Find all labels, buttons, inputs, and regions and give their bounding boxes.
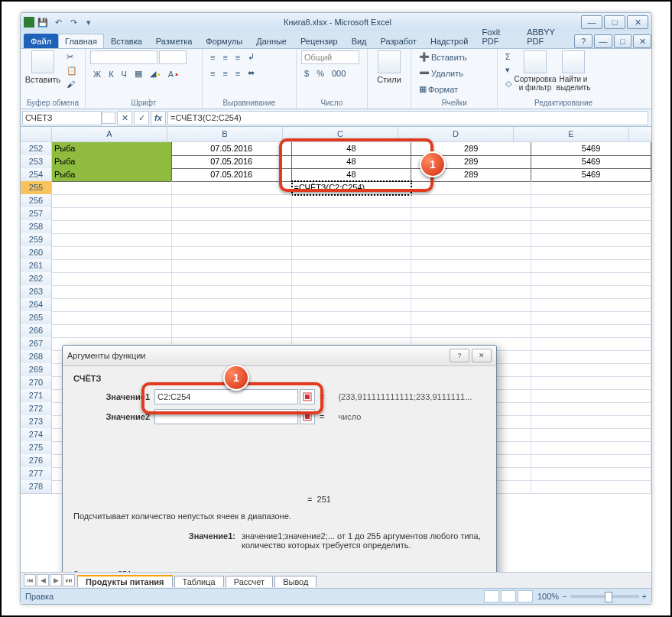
worksheet-grid[interactable]: A B C D E 252Рыба07.05.2016482895469253Р… xyxy=(21,127,651,572)
font-size[interactable] xyxy=(159,50,187,64)
cell[interactable] xyxy=(531,363,651,377)
row-header[interactable]: 265 xyxy=(21,311,52,325)
cell[interactable] xyxy=(531,337,651,351)
cell[interactable] xyxy=(531,259,651,273)
zoom-level[interactable]: 100% xyxy=(537,592,559,601)
cell[interactable]: 5469 xyxy=(531,142,651,156)
cell[interactable] xyxy=(531,467,651,481)
merge-button[interactable]: ⬌ xyxy=(245,67,258,80)
cell[interactable] xyxy=(52,246,172,260)
active-cell[interactable]: =СЧЁТЗ(C2:C254) xyxy=(292,181,412,195)
tab-file[interactable]: Файл xyxy=(24,34,58,48)
name-box[interactable]: СЧЁТЗ xyxy=(22,111,102,125)
dialog-titlebar[interactable]: Аргументы функции ? ✕ xyxy=(63,346,496,366)
row-header[interactable]: 274 xyxy=(21,428,52,442)
comma[interactable]: 000 xyxy=(329,67,349,80)
align-mid[interactable]: ≡ xyxy=(219,51,230,63)
styles-button[interactable]: Стили xyxy=(372,50,406,84)
tab-data[interactable]: Данные xyxy=(249,34,294,48)
arg1-input[interactable]: C2:C254 xyxy=(154,389,298,404)
row-header[interactable]: 257 xyxy=(21,207,52,221)
wrap-text[interactable]: ↲ xyxy=(245,50,258,63)
row-header[interactable]: 268 xyxy=(21,350,52,364)
cell[interactable] xyxy=(292,194,412,208)
cell[interactable] xyxy=(52,285,172,299)
cell[interactable] xyxy=(531,376,651,390)
underline-button[interactable]: Ч xyxy=(118,68,130,80)
cell[interactable] xyxy=(531,285,651,299)
app-minimize[interactable]: — xyxy=(581,15,602,29)
cell[interactable]: Рыба xyxy=(52,142,172,156)
cell[interactable]: 48 xyxy=(292,142,412,156)
row-header[interactable]: 255 xyxy=(21,181,52,195)
cell[interactable] xyxy=(531,441,651,455)
bold-button[interactable]: Ж xyxy=(90,68,104,80)
row-header[interactable]: 267 xyxy=(21,337,52,351)
format-cells[interactable]: ▦ Формат xyxy=(416,83,461,96)
tab-addins[interactable]: Надстрой xyxy=(424,34,475,48)
row-header[interactable]: 260 xyxy=(21,246,52,260)
cell[interactable] xyxy=(52,181,172,195)
cell[interactable]: Рыба xyxy=(52,155,172,169)
qat-more[interactable]: ▾ xyxy=(82,15,96,29)
cell[interactable]: 07.05.2016 xyxy=(172,142,292,156)
row-header[interactable]: 261 xyxy=(21,259,52,273)
row-header[interactable]: 276 xyxy=(21,454,52,468)
cell[interactable] xyxy=(52,233,172,247)
cell[interactable] xyxy=(411,181,531,195)
paste-button[interactable]: Вставить xyxy=(25,50,60,84)
row-header[interactable]: 270 xyxy=(21,376,52,390)
tab-formulas[interactable]: Формулы xyxy=(199,34,249,48)
ribbon-help[interactable]: ? xyxy=(574,34,592,48)
cell[interactable] xyxy=(172,207,292,221)
table-row[interactable]: 252Рыба07.05.2016482895469 xyxy=(21,142,651,155)
tab-layout[interactable]: Разметка xyxy=(149,34,200,48)
cell[interactable] xyxy=(531,194,651,208)
align-center[interactable]: ≡ xyxy=(219,67,230,80)
arg1-range-picker[interactable] xyxy=(300,389,315,404)
format-painter[interactable]: 🖌 xyxy=(63,78,78,90)
fill-color[interactable]: ◢▪ xyxy=(147,67,164,80)
cut-button[interactable]: ✂ xyxy=(63,50,76,63)
delete-cells[interactable]: ➖ Удалить xyxy=(416,67,466,80)
cell[interactable] xyxy=(52,311,172,325)
cell[interactable] xyxy=(411,207,531,221)
border-button[interactable]: ▦ xyxy=(131,67,145,80)
cell[interactable] xyxy=(172,220,292,234)
copy-button[interactable]: 📋 xyxy=(63,64,80,77)
sheet-nav-prev[interactable]: ◀ xyxy=(37,574,49,586)
cell[interactable] xyxy=(292,311,412,325)
cell[interactable] xyxy=(531,233,651,247)
sheet-nav-next[interactable]: ▶ xyxy=(50,574,62,586)
cell[interactable] xyxy=(292,207,412,221)
cell[interactable] xyxy=(531,402,651,416)
cell[interactable] xyxy=(52,298,172,312)
fx-button[interactable]: fx xyxy=(151,111,166,125)
align-right[interactable]: ≡ xyxy=(232,67,243,80)
cell[interactable] xyxy=(531,324,651,338)
row-header[interactable]: 258 xyxy=(21,220,52,234)
row-header[interactable]: 266 xyxy=(21,324,52,338)
cell[interactable] xyxy=(52,259,172,273)
cell[interactable] xyxy=(292,220,412,234)
dialog-close[interactable]: ✕ xyxy=(472,349,492,362)
cell[interactable] xyxy=(172,311,292,325)
col-A[interactable]: A xyxy=(52,127,167,141)
sort-filter[interactable]: Сортировка и фильтр xyxy=(518,50,553,92)
app-close[interactable]: ✕ xyxy=(627,15,648,29)
cell[interactable] xyxy=(172,181,292,195)
fill-button[interactable]: ▾ xyxy=(502,63,513,76)
cell[interactable] xyxy=(411,311,531,325)
cell[interactable] xyxy=(292,259,412,273)
cell[interactable] xyxy=(531,389,651,403)
cell[interactable]: 5469 xyxy=(531,155,651,169)
cell[interactable] xyxy=(52,324,172,338)
sheet-nav-first[interactable]: ⏮ xyxy=(24,574,36,586)
table-row[interactable]: 253Рыба07.05.2016482895469 xyxy=(21,155,651,168)
view-layout[interactable] xyxy=(501,590,516,602)
cell[interactable] xyxy=(172,194,292,208)
zoom-slider[interactable] xyxy=(570,595,639,598)
align-left[interactable]: ≡ xyxy=(207,67,218,80)
row-header[interactable]: 272 xyxy=(21,402,52,416)
tab-foxit[interactable]: Foxit PDF xyxy=(475,24,520,48)
